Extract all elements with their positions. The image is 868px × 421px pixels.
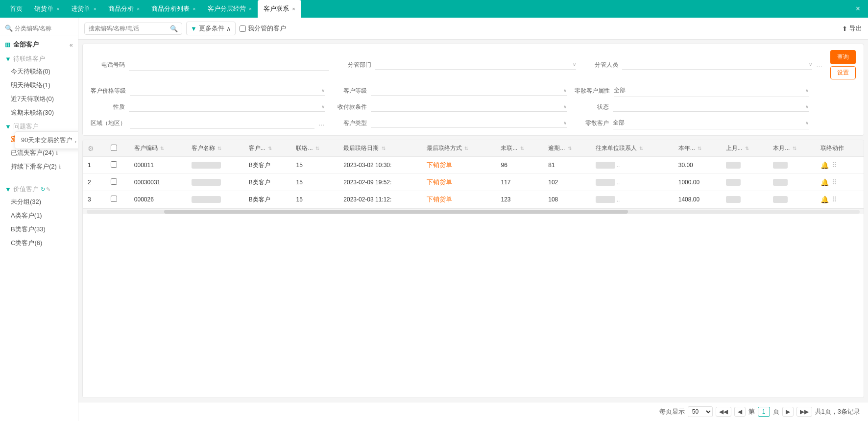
phone-input[interactable] <box>129 59 329 71</box>
sidebar-item-today-pending[interactable]: 今天待联络(0) <box>0 65 78 78</box>
sidebar-search-bar[interactable]: 🔍 <box>0 22 78 35</box>
nature-select[interactable]: ∨ <box>129 102 325 112</box>
tab-sales-order[interactable]: 销货单 × <box>28 0 65 18</box>
method-link-2[interactable]: 下销货单 <box>427 196 452 203</box>
close-tab-purchase[interactable]: × <box>93 6 96 12</box>
customer-type-select[interactable]: ∨ <box>371 118 567 128</box>
dept-select[interactable]: ∨ <box>375 60 576 70</box>
next-page-button[interactable]: ▶ <box>782 407 794 417</box>
region-input[interactable] <box>130 118 314 129</box>
search-submit-icon[interactable]: 🔍 <box>170 25 178 32</box>
sort-icon-6[interactable]: ⇅ <box>464 146 468 151</box>
close-tab-sales[interactable]: × <box>56 6 59 12</box>
row-uncontacted: 96 <box>496 157 543 174</box>
row-index: 1 <box>83 157 106 174</box>
prev-page-button[interactable]: ◀ <box>734 407 746 417</box>
search-bar[interactable]: 🔍 <box>84 23 182 35</box>
sort-icon-4[interactable]: ⇅ <box>315 146 319 151</box>
sidebar-item-c-class[interactable]: C类客户(6) <box>0 236 78 250</box>
row-checkbox-0[interactable] <box>111 161 117 168</box>
data-table: ⚙ 客户编码 ⇅ 客户名称 ⇅ 客户... ⇅ 联络... ⇅ 最后联络日期 ⇅… <box>83 140 864 208</box>
sidebar-search-input[interactable] <box>15 25 73 32</box>
row-contact-person: ... <box>591 191 674 208</box>
sort-icon[interactable]: ⇅ <box>160 146 164 151</box>
sidebar-item-declining[interactable]: 持续下滑客户(2) ℹ <box>0 160 78 173</box>
sidebar-root[interactable]: ⊞ 全部客户 « <box>0 37 78 52</box>
sort-icon-10[interactable]: ⇅ <box>698 146 701 151</box>
settings-button[interactable]: 设置 <box>830 66 856 79</box>
row-checkbox-1[interactable] <box>111 178 117 185</box>
close-tab-product-list[interactable]: × <box>193 6 195 12</box>
row-checkbox-2[interactable] <box>111 196 117 202</box>
sort-icon-12[interactable]: ⇅ <box>793 146 796 151</box>
method-link-1[interactable]: 下销货单 <box>427 178 452 186</box>
scroll-thumb[interactable] <box>164 210 628 214</box>
sort-icon-3[interactable]: ⇅ <box>268 146 272 151</box>
refresh-icon[interactable]: ↻ <box>41 186 45 193</box>
action-more-icon-1[interactable]: ⠿ <box>832 178 837 186</box>
sort-icon-2[interactable]: ⇅ <box>217 146 221 151</box>
tab-purchase-order[interactable]: 进货单 × <box>65 0 102 18</box>
edit-icon[interactable]: ✎ <box>46 186 50 193</box>
sort-icon-11[interactable]: ⇅ <box>745 146 749 151</box>
customer-tier-select[interactable]: ∨ <box>371 86 567 96</box>
retail-attr-select[interactable]: 全部 ∨ <box>614 84 809 97</box>
tab-product-analysis[interactable]: 商品分析 × <box>102 0 145 18</box>
th-type: 客户... ⇅ <box>244 140 291 157</box>
status-select[interactable]: ∨ <box>613 102 809 112</box>
horizontal-scrollbar[interactable] <box>83 208 864 214</box>
tab-product-analysis-list[interactable]: 商品分析列表 × <box>145 0 201 18</box>
my-customers-checkbox-label[interactable]: 我分管的客户 <box>240 24 286 33</box>
close-tab-customer-contact[interactable]: × <box>292 6 295 12</box>
search-input[interactable] <box>89 25 168 32</box>
table-row: 2 00030031 B类客户 15 2023-02-09 19:52: 下销货… <box>83 174 864 191</box>
sidebar-item-overdue-pending[interactable]: 逾期未联络(30) <box>0 106 78 120</box>
query-button[interactable]: 查询 <box>830 50 856 64</box>
action-more-icon-0[interactable]: ⠿ <box>832 161 837 169</box>
my-customers-checkbox[interactable] <box>240 25 246 32</box>
close-tab-customer-tier[interactable]: × <box>249 6 252 12</box>
tab-home[interactable]: 首页 <box>4 0 28 18</box>
filter-button[interactable]: ▼ 更多条件 ∧ <box>186 22 236 35</box>
row-this-year: 1408.00 <box>674 191 721 208</box>
table-settings-icon[interactable]: ⚙ <box>88 145 94 152</box>
sidebar-item-7day-pending[interactable]: 近7天待联络(0) <box>0 92 78 106</box>
tab-customer-contact[interactable]: 客户联系 × <box>258 0 301 18</box>
row-code: 000026 <box>129 191 187 208</box>
manager-select[interactable]: ∨ <box>622 60 812 70</box>
sidebar-group-pending[interactable]: ▼ 待联络客户 <box>0 52 78 65</box>
close-tab-product-analysis[interactable]: × <box>137 6 140 12</box>
sidebar-item-a-class[interactable]: A类客户(1) <box>0 209 78 223</box>
sort-icon-9[interactable]: ⇅ <box>639 146 643 151</box>
sidebar-group-value[interactable]: ▼ 价值客户 ↻ ✎ <box>0 182 78 195</box>
sidebar-item-b-class[interactable]: B类客户(33) <box>0 223 78 236</box>
method-link-0[interactable]: 下销货单 <box>427 161 452 169</box>
tab-customer-tier[interactable]: 客户分层经营 × <box>202 0 258 18</box>
select-all-checkbox[interactable] <box>111 145 117 151</box>
retail-customer-select[interactable]: 全部 ∨ <box>613 117 809 129</box>
sort-icon-8[interactable]: ⇅ <box>568 146 572 151</box>
action-contact-icon-2[interactable]: 🔔 <box>820 196 829 203</box>
last-page-button[interactable]: ▶▶ <box>796 407 812 417</box>
per-page-select[interactable]: 50 100 <box>688 406 713 417</box>
price-tier-select[interactable]: ∨ <box>130 86 325 96</box>
window-close-button[interactable]: × <box>852 4 864 13</box>
payment-select[interactable]: ∨ <box>371 102 567 112</box>
action-more-icon-2[interactable]: ⠿ <box>832 196 837 203</box>
action-contact-icon-1[interactable]: 🔔 <box>820 178 829 186</box>
sidebar-item-ungrouped[interactable]: 未分组(32) <box>0 195 78 209</box>
sidebar-item-tomorrow-pending[interactable]: 明天待联络(1) <box>0 78 78 92</box>
manager-more-icon[interactable]: … <box>816 61 822 69</box>
region-more-icon[interactable]: … <box>318 120 325 127</box>
filter-status: 状态 ∨ <box>575 102 809 112</box>
first-page-button[interactable]: ◀◀ <box>716 407 731 417</box>
action-contact-icon-0[interactable]: 🔔 <box>820 161 829 169</box>
export-button[interactable]: ⬆ 导出 <box>842 24 862 33</box>
sidebar-group-problem[interactable]: ▼ 问题客户 <box>0 120 78 132</box>
row-index: 3 <box>83 191 106 208</box>
sort-icon-5[interactable]: ⇅ <box>382 146 386 151</box>
sort-icon-7[interactable]: ⇅ <box>520 146 524 151</box>
row-contact-count: 15 <box>291 157 338 174</box>
sidebar-collapse-icon[interactable]: « <box>70 41 73 49</box>
filter-retail-attr: 零散客户属性 全部 ∨ <box>575 84 809 97</box>
